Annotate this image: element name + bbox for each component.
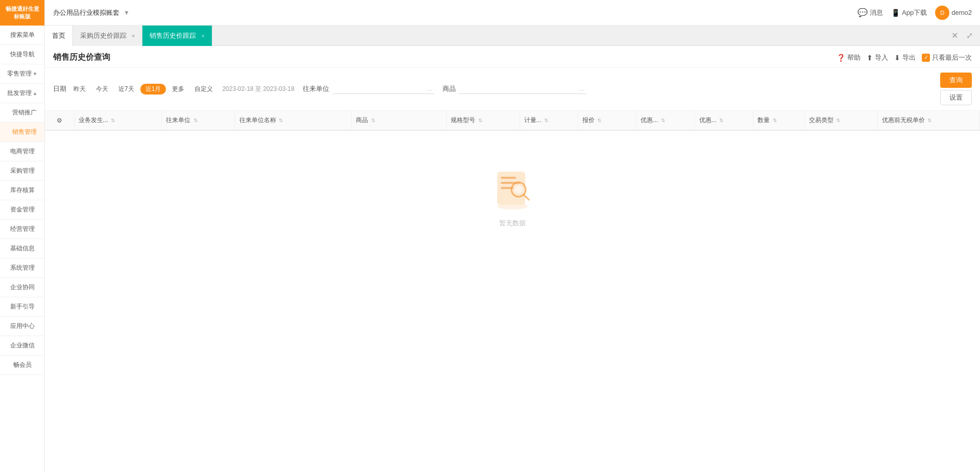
sidebar-item-purchase[interactable]: 采购管理 bbox=[0, 161, 44, 181]
export-button[interactable]: ⬇ 导出 bbox=[894, 53, 916, 62]
sidebar-item-label: 快捷导航 bbox=[10, 51, 35, 58]
sidebar-item-guide[interactable]: 新手引导 bbox=[0, 297, 44, 317]
sidebar-item-label: 销售管理 bbox=[12, 128, 37, 135]
filter-actions: 查询 设置 bbox=[940, 73, 972, 105]
sidebar-item-label: 库存核算 bbox=[10, 186, 35, 194]
checkbox-icon bbox=[922, 54, 930, 62]
sidebar-item-ecommerce[interactable]: 电商管理 bbox=[0, 142, 44, 161]
sidebar-item-label: 经营管理 bbox=[10, 225, 35, 232]
sidebar-item-sales[interactable]: 销售管理 bbox=[0, 123, 44, 142]
export-icon: ⬇ bbox=[894, 54, 900, 62]
tab-home-label: 首页 bbox=[52, 31, 65, 40]
sidebar-item-label: 营销推广 bbox=[12, 109, 37, 116]
date-btn-custom[interactable]: 自定义 bbox=[190, 84, 217, 95]
sort-icon: ⇅ bbox=[773, 117, 777, 123]
product-select[interactable]: ... bbox=[459, 84, 586, 94]
date-btn-last7[interactable]: 近7天 bbox=[114, 84, 138, 95]
th-pretax-price[interactable]: 优惠前无税单价 ⇅ bbox=[877, 111, 979, 130]
sidebar-item-label: 搜索菜单 bbox=[10, 31, 35, 38]
sidebar-item-basic[interactable]: 基础信息 bbox=[0, 239, 44, 258]
tab-purchase-history[interactable]: 采购历史价跟踪 × bbox=[73, 26, 142, 46]
sort-icon: ⇅ bbox=[193, 117, 198, 123]
sidebar-item-label: 批发管理 bbox=[7, 89, 32, 98]
sort-icon: ⇅ bbox=[719, 117, 723, 123]
sidebar: 畅捷通好生意 标账版 搜索菜单 快捷导航 零售管理 ▼ 批发管理 ▲ 营销推广 … bbox=[0, 0, 45, 472]
close-tab-button[interactable]: ✕ bbox=[948, 30, 961, 41]
sidebar-item-marketing[interactable]: 营销推广 bbox=[0, 103, 44, 123]
sidebar-item-wholesale[interactable]: 批发管理 ▲ bbox=[0, 84, 44, 103]
svg-rect-2 bbox=[501, 177, 516, 179]
date-btn-today[interactable]: 今天 bbox=[92, 84, 112, 95]
top-bar-right: 💬 消息 📱 App下载 D demo2 bbox=[857, 6, 972, 20]
chevron-down-icon: ▼ bbox=[33, 71, 38, 77]
sidebar-item-retail[interactable]: 零售管理 ▼ bbox=[0, 64, 44, 84]
tab-purchase-history-close[interactable]: × bbox=[132, 33, 135, 39]
user-info[interactable]: D demo2 bbox=[935, 6, 972, 20]
help-button[interactable]: ❓ 帮助 bbox=[837, 53, 861, 62]
sidebar-item-operations[interactable]: 经营管理 bbox=[0, 220, 44, 239]
sidebar-item-finance[interactable]: 资金管理 bbox=[0, 200, 44, 220]
tab-sales-history-close[interactable]: × bbox=[201, 33, 204, 39]
date-buttons: 昨天 今天 近7天 近1月 更多 自定义 bbox=[69, 84, 217, 95]
partner-select[interactable]: ... bbox=[332, 84, 434, 94]
th-spec[interactable]: 规格型号 ⇅ bbox=[447, 111, 520, 130]
sidebar-item-label: 新手引导 bbox=[10, 303, 35, 310]
import-button[interactable]: ⬆ 导入 bbox=[867, 53, 888, 62]
page-header: 销售历史价查询 ❓ 帮助 ⬆ 导入 ⬇ 导出 bbox=[45, 46, 980, 67]
data-table: ⚙ 业务发生... ⇅ 往来单位 ⇅ 往来单位名称 ⇅ bbox=[45, 111, 980, 131]
th-discount2[interactable]: 优惠... ⇅ bbox=[695, 111, 753, 130]
sidebar-item-member[interactable]: 畅会员 bbox=[0, 356, 44, 375]
settings-button[interactable]: 设置 bbox=[940, 90, 972, 105]
message-button[interactable]: 💬 消息 bbox=[857, 8, 883, 17]
sort-icon: ⇅ bbox=[111, 117, 115, 123]
tab-sales-history[interactable]: 销售历史价跟踪 × bbox=[142, 26, 212, 46]
product-filter-group: 商品 ... bbox=[443, 84, 586, 94]
app-download-button[interactable]: 📱 App下载 bbox=[891, 8, 927, 17]
sidebar-item-inventory[interactable]: 库存核算 bbox=[0, 181, 44, 200]
th-discount1[interactable]: 优惠... ⇅ bbox=[636, 111, 695, 130]
th-partner-code[interactable]: 往来单位 ⇅ bbox=[162, 111, 235, 130]
date-btn-more[interactable]: 更多 bbox=[168, 84, 188, 95]
sidebar-item-label: 应用中心 bbox=[10, 322, 35, 329]
filter-bar: 日期 昨天 今天 近7天 近1月 更多 自定义 2023-02-18 至 202… bbox=[45, 67, 980, 111]
settings-icon: ⚙ bbox=[57, 117, 62, 124]
maximize-button[interactable]: ⤢ bbox=[963, 30, 976, 41]
sort-icon: ⇅ bbox=[927, 117, 932, 123]
th-biz-date[interactable]: 业务发生... ⇅ bbox=[74, 111, 162, 130]
th-unit[interactable]: 计量... ⇅ bbox=[520, 111, 578, 130]
help-label: 帮助 bbox=[847, 53, 861, 62]
sidebar-item-shortcuts[interactable]: 快捷导航 bbox=[0, 45, 44, 64]
date-btn-last1m[interactable]: 近1月 bbox=[140, 84, 166, 95]
sidebar-item-label: 资金管理 bbox=[10, 206, 35, 213]
only-last-label: 只看最后一次 bbox=[932, 53, 972, 62]
sidebar-item-cooperation[interactable]: 企业协同 bbox=[0, 278, 44, 297]
sidebar-item-appcenter[interactable]: 应用中心 bbox=[0, 317, 44, 336]
download-icon: 📱 bbox=[891, 9, 900, 17]
empty-state: 暂无数据 bbox=[45, 131, 980, 258]
tab-home[interactable]: 首页 bbox=[45, 26, 73, 46]
table-header-row: ⚙ 业务发生... ⇅ 往来单位 ⇅ 往来单位名称 ⇅ bbox=[45, 111, 980, 130]
th-product[interactable]: 商品 ⇅ bbox=[352, 111, 447, 130]
import-icon: ⬆ bbox=[867, 54, 873, 62]
sidebar-item-system[interactable]: 系统管理 bbox=[0, 258, 44, 278]
th-quantity[interactable]: 数量 ⇅ bbox=[753, 111, 804, 130]
sidebar-logo[interactable]: 畅捷通好生意 标账版 bbox=[0, 0, 44, 26]
th-trade-type[interactable]: 交易类型 ⇅ bbox=[804, 111, 877, 130]
query-button[interactable]: 查询 bbox=[940, 73, 972, 88]
product-select-dots[interactable]: ... bbox=[579, 85, 584, 92]
sort-icon: ⇅ bbox=[836, 117, 840, 123]
tabs-bar: 首页 采购历史价跟踪 × 销售历史价跟踪 × ✕ ⤢ bbox=[45, 26, 980, 46]
dropdown-icon[interactable]: ▼ bbox=[124, 9, 130, 16]
sidebar-item-search[interactable]: 搜索菜单 bbox=[0, 26, 44, 45]
sidebar-item-wechat[interactable]: 企业微信 bbox=[0, 336, 44, 356]
th-quote[interactable]: 报价 ⇅ bbox=[578, 111, 636, 130]
top-bar-left: 办公用品行业模拟账套 ▼ bbox=[53, 8, 130, 17]
th-settings[interactable]: ⚙ bbox=[45, 111, 74, 130]
date-btn-yesterday[interactable]: 昨天 bbox=[69, 84, 90, 95]
tab-sales-history-label: 销售历史价跟踪 bbox=[150, 31, 196, 40]
sidebar-item-label: 电商管理 bbox=[10, 148, 35, 155]
only-last-checkbox[interactable]: 只看最后一次 bbox=[922, 53, 972, 62]
th-partner-name[interactable]: 往来单位名称 ⇅ bbox=[235, 111, 352, 130]
message-label: 消息 bbox=[870, 8, 883, 17]
partner-select-dots[interactable]: ... bbox=[427, 85, 432, 92]
